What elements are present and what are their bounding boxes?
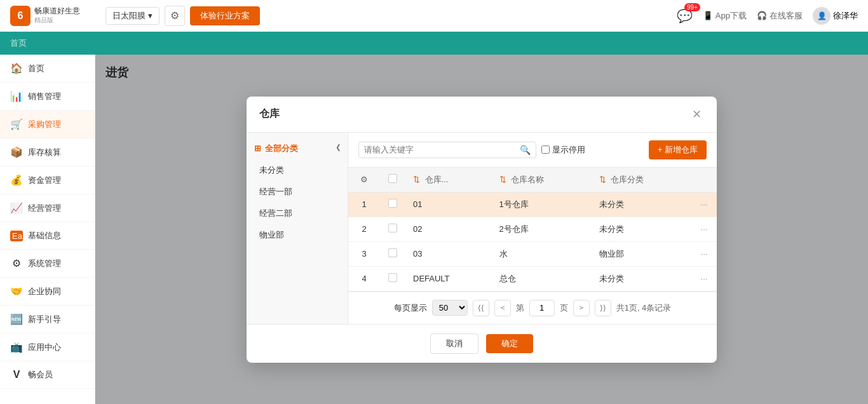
user-avatar-area[interactable]: 👤 徐泽华 bbox=[813, 7, 858, 25]
sidebar-item-membership[interactable]: V 畅会员 bbox=[0, 361, 95, 389]
warehouse-dialog: 仓库 ✕ ⊞ 全部分类 《 未分类 经营一部 经营二部 bbox=[247, 97, 717, 363]
sidebar-label-home: 首页 bbox=[28, 63, 44, 74]
settings-button[interactable]: ⚙ bbox=[165, 6, 185, 26]
notification-area[interactable]: 💬 99+ bbox=[677, 8, 693, 24]
page-label-prefix: 第 bbox=[516, 302, 524, 314]
row-actions[interactable]: ··· bbox=[691, 266, 717, 291]
sales-icon: 📊 bbox=[10, 90, 23, 102]
row-code: 02 bbox=[405, 217, 492, 241]
table-row[interactable]: 3 03 水 物业部 ··· bbox=[348, 241, 717, 266]
table-row[interactable]: 4 DEFAULT 总仓 未分类 ··· bbox=[348, 266, 717, 291]
row-name: 2号仓库 bbox=[492, 217, 592, 241]
headset-icon: 🎧 bbox=[757, 11, 767, 20]
guide-icon: 🆕 bbox=[10, 313, 23, 325]
row-name: 1号仓库 bbox=[492, 192, 592, 217]
category-item-property[interactable]: 物业部 bbox=[247, 224, 348, 246]
sidebar-label-guide: 新手引导 bbox=[28, 314, 61, 325]
breadcrumb-home[interactable]: 首页 bbox=[10, 38, 27, 48]
online-service-link[interactable]: 🎧 在线客服 bbox=[757, 10, 803, 22]
chevron-down-icon: ▾ bbox=[148, 11, 153, 20]
brand-info: 畅康道好生意 精品版 bbox=[34, 6, 80, 25]
sidebar-item-operations[interactable]: 📈 经营管理 bbox=[0, 194, 95, 222]
row-checkbox[interactable] bbox=[388, 199, 397, 208]
row-category: 未分类 bbox=[592, 192, 691, 217]
home-icon: 🏠 bbox=[10, 62, 23, 74]
add-warehouse-button[interactable]: + 新增仓库 bbox=[649, 140, 707, 159]
finance-icon: 💰 bbox=[10, 174, 23, 186]
row-code: 01 bbox=[405, 192, 492, 217]
close-button[interactable]: ✕ bbox=[689, 107, 704, 122]
per-page-label: 每页显示 bbox=[394, 302, 427, 314]
sidebar-label-finance: 资金管理 bbox=[28, 175, 61, 186]
dialog-main-panel: 🔍 显示停用 + 新增仓库 bbox=[348, 133, 717, 324]
sidebar-item-system[interactable]: ⚙ 系统管理 bbox=[0, 250, 95, 278]
last-page-button[interactable]: ⟩⟩ bbox=[595, 300, 611, 316]
confirm-button[interactable]: 确定 bbox=[486, 334, 533, 353]
sidebar-item-home[interactable]: 🏠 首页 bbox=[0, 55, 95, 83]
category-item-dept1[interactable]: 经营一部 bbox=[247, 181, 348, 203]
collapse-button[interactable]: 《 bbox=[332, 143, 340, 154]
row-checkbox-cell[interactable] bbox=[380, 217, 405, 241]
page-total: 共1页, 4条记录 bbox=[616, 302, 672, 314]
row-checkbox[interactable] bbox=[388, 273, 397, 282]
dialog-footer: 取消 确定 bbox=[247, 324, 717, 363]
app-download-link[interactable]: 📱 App下载 bbox=[703, 10, 747, 22]
logo-area: 6 畅康道好生意 精品版 bbox=[10, 6, 105, 26]
category-item-unclassified[interactable]: 未分类 bbox=[247, 159, 348, 181]
sidebar-label-inventory: 库存核算 bbox=[28, 147, 61, 158]
gear-icon: ⚙ bbox=[170, 10, 179, 22]
category-item-dept2[interactable]: 经营二部 bbox=[247, 203, 348, 224]
sidebar-item-sales[interactable]: 📊 销售管理 bbox=[0, 83, 95, 111]
prev-page-button[interactable]: ＜ bbox=[494, 300, 511, 316]
row-category: 物业部 bbox=[592, 241, 691, 266]
membership-icon: V bbox=[10, 369, 23, 380]
page-number-input[interactable] bbox=[529, 300, 555, 316]
row-name: 总仓 bbox=[492, 266, 592, 291]
store-select[interactable]: 日太阳膜 ▾ bbox=[105, 7, 159, 25]
purchase-icon: 🛒 bbox=[10, 118, 23, 130]
show-disabled-checkbox[interactable] bbox=[541, 145, 550, 154]
row-actions[interactable]: ··· bbox=[691, 192, 717, 217]
search-icon: 🔍 bbox=[520, 145, 531, 155]
first-page-button[interactable]: ⟨⟨ bbox=[473, 300, 489, 316]
next-page-button[interactable]: ＞ bbox=[573, 300, 590, 316]
basic-info-icon: Ea bbox=[10, 231, 23, 241]
category-header-label: 全部分类 bbox=[265, 143, 298, 154]
select-all-checkbox[interactable] bbox=[388, 174, 397, 183]
row-actions[interactable]: ··· bbox=[691, 241, 717, 266]
main-content: 进货 仓库 ✕ ⊞ 全部分类 《 bbox=[95, 55, 868, 404]
row-code: 03 bbox=[405, 241, 492, 266]
category-sidebar: ⊞ 全部分类 《 未分类 经营一部 经营二部 物业部 bbox=[247, 133, 348, 324]
sidebar-item-app-center[interactable]: 📺 应用中心 bbox=[0, 333, 95, 361]
show-disabled-label[interactable]: 显示停用 bbox=[541, 144, 585, 156]
mobile-icon: 📱 bbox=[703, 11, 713, 20]
trial-button[interactable]: 体验行业方案 bbox=[190, 6, 260, 25]
col-header-gear: ⚙ bbox=[348, 168, 380, 192]
sidebar-item-basic-info[interactable]: Ea 基础信息 bbox=[0, 222, 95, 250]
row-checkbox[interactable] bbox=[388, 248, 397, 257]
sidebar-item-guide[interactable]: 🆕 新手引导 bbox=[0, 306, 95, 333]
sidebar-item-finance[interactable]: 💰 资金管理 bbox=[0, 166, 95, 194]
row-checkbox-cell[interactable] bbox=[380, 241, 405, 266]
row-checkbox-cell[interactable] bbox=[380, 192, 405, 217]
per-page-select[interactable]: 50 100 200 bbox=[432, 300, 468, 316]
table-row[interactable]: 1 01 1号仓库 未分类 ··· bbox=[348, 192, 717, 217]
cancel-button[interactable]: 取消 bbox=[430, 333, 478, 354]
row-checkbox[interactable] bbox=[388, 224, 397, 232]
row-checkbox-cell[interactable] bbox=[380, 266, 405, 291]
dialog-title: 仓库 bbox=[259, 107, 280, 121]
search-input[interactable] bbox=[364, 145, 520, 154]
header-right: 💬 99+ 📱 App下载 🎧 在线客服 👤 徐泽华 bbox=[677, 7, 858, 25]
sidebar-label-basic-info: 基础信息 bbox=[28, 230, 61, 241]
sidebar-label-app-center: 应用中心 bbox=[28, 342, 61, 353]
sidebar-label-system: 系统管理 bbox=[28, 258, 61, 269]
enterprise-icon: 🤝 bbox=[10, 285, 23, 297]
sub-header: 首页 bbox=[0, 32, 868, 55]
sidebar-item-purchase[interactable]: 🛒 采购管理 bbox=[0, 111, 95, 138]
sidebar-item-inventory[interactable]: 📦 库存核算 bbox=[0, 138, 95, 166]
row-actions[interactable]: ··· bbox=[691, 217, 717, 241]
category-header: ⊞ 全部分类 《 bbox=[247, 138, 348, 159]
username-label: 徐泽华 bbox=[833, 10, 858, 22]
table-row[interactable]: 2 02 2号仓库 未分类 ··· bbox=[348, 217, 717, 241]
sidebar-item-enterprise[interactable]: 🤝 企业协同 bbox=[0, 278, 95, 306]
